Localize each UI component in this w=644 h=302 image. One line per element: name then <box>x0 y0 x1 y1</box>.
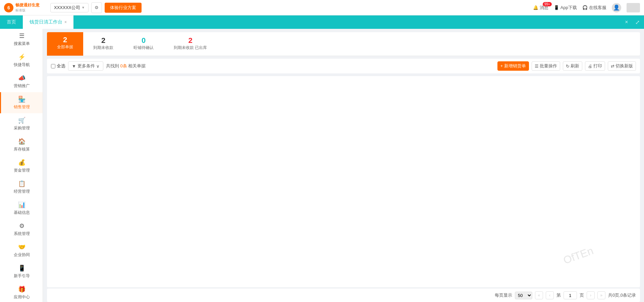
sidebar-item-app-center[interactable]: 🎁 应用中心 <box>0 282 43 302</box>
table-area <box>47 76 640 287</box>
per-page-select[interactable]: 50 100 200 <box>515 292 532 299</box>
app-center-icon: 🎁 <box>18 286 25 293</box>
quick-nav-icon: ⚡ <box>18 53 25 61</box>
stat-label-pending: 旺铺待确认 <box>133 45 154 50</box>
page-number-input[interactable] <box>564 291 577 299</box>
tab-bar: 首页 钱货日清工作台 × × ⤢ <box>0 15 644 29</box>
marketing-icon: 📣 <box>18 74 25 82</box>
next-page-button[interactable]: › <box>587 291 595 299</box>
stat-label-overdue: 到期未收款 <box>93 45 113 50</box>
refresh-icon: ↻ <box>566 64 570 69</box>
tab-restore-button[interactable]: × <box>623 18 631 26</box>
sidebar-item-sales-mgmt[interactable]: 🏪 销售管理 <box>0 92 43 113</box>
header-right: 🔔 消息 99+ 📱 App下载 🎧 在线客服 👤 <box>533 3 640 12</box>
tab-workbench[interactable]: 钱货日清工作台 × <box>23 15 73 29</box>
print-icon: 🖨 <box>588 64 592 69</box>
beginner-icon: 📱 <box>18 264 25 272</box>
total-records-label: 共0页,0条记录 <box>608 292 636 298</box>
per-page-label: 每页显示 <box>495 292 512 298</box>
tab-bar-actions: × ⤢ <box>623 18 644 26</box>
stat-tab-overdue-outbound[interactable]: 2 到期未收款 已出库 <box>164 32 217 56</box>
bell-icon: 🔔 <box>533 5 538 10</box>
sidebar-item-base-info[interactable]: 📊 基础信息 <box>0 198 43 219</box>
sales-icon: 🏪 <box>18 96 25 103</box>
ops-icon: 📋 <box>18 180 25 187</box>
prev-page-button[interactable]: ‹ <box>546 291 554 299</box>
sidebar-item-capital-mgmt[interactable]: 💰 资金管理 <box>0 156 43 177</box>
dropdown-arrow-icon: ▼ <box>82 6 85 9</box>
more-filter-button[interactable]: ▼ 更多条件 ∨ <box>68 61 103 71</box>
avatar[interactable]: 👤 <box>612 3 621 12</box>
sidebar-item-ops-mgmt[interactable]: 📋 经营管理 <box>0 177 43 198</box>
logo-text: 畅捷通好生意 标准版 <box>15 2 40 13</box>
gear-icon: ⚙ <box>95 5 99 10</box>
stat-num-all: 2 <box>57 36 73 44</box>
sidebar-item-inventory[interactable]: 🏠 库存核算 <box>0 134 43 156</box>
stat-label-all: 全部单据 <box>57 45 73 49</box>
switch-icon: ⇄ <box>611 64 614 69</box>
stat-num-overdue-outbound: 2 <box>174 36 207 45</box>
stat-label-overdue-outbound: 到期未收款 已出库 <box>174 45 207 50</box>
purchase-icon: 🛒 <box>18 117 25 124</box>
user-name-area <box>627 3 640 12</box>
filter-icon: ▼ <box>72 64 76 69</box>
stat-num-overdue: 2 <box>93 36 113 45</box>
stat-tab-pending[interactable]: 0 旺铺待确认 <box>123 32 164 56</box>
toolbar-right: + 新增销货单 ☰ 批量操作 ↻ 刷新 🖨 打印 ⇄ 切换新版 <box>497 61 636 71</box>
toolbar-left: 全选 ▼ 更多条件 ∨ 共找到 0条 相关单据 <box>51 61 146 71</box>
sidebar-item-enterprise[interactable]: 🤝 企业协同 <box>0 240 43 261</box>
company-selector[interactable]: XXXXXX公司 ▼ <box>50 3 89 12</box>
new-order-button[interactable]: + 新增销货单 <box>497 61 529 71</box>
trial-button[interactable]: 体验行业方案 <box>105 3 142 13</box>
download-icon: 📱 <box>554 5 559 10</box>
found-text: 共找到 0条 相关单据 <box>106 63 146 69</box>
search-menu-icon: ☰ <box>19 32 24 40</box>
stat-tab-overdue[interactable]: 2 到期未收款 <box>83 32 123 56</box>
online-service-button[interactable]: 🎧 在线客服 <box>582 5 606 11</box>
refresh-button[interactable]: ↻ 刷新 <box>563 61 582 71</box>
sidebar-item-marketing[interactable]: 📣 营销推广 <box>0 71 43 92</box>
page-label: 第 <box>556 292 561 298</box>
content-area: 2 全部单据 2 到期未收款 0 旺铺待确认 2 到期未收款 已出库 <box>43 29 644 302</box>
sidebar-item-sys-mgmt[interactable]: ⚙ 系统管理 <box>0 219 43 240</box>
tab-maximize-button[interactable]: ⤢ <box>633 18 641 26</box>
last-page-button[interactable]: » <box>597 291 605 299</box>
select-all-input[interactable] <box>51 64 55 68</box>
logo-icon: 6 <box>4 3 13 12</box>
app-download-button[interactable]: 📱 App下载 <box>554 5 577 11</box>
logo-area: 6 畅捷通好生意 标准版 <box>4 2 47 13</box>
sidebar-item-quick-nav[interactable]: ⚡ 快捷导航 <box>0 50 43 71</box>
sys-mgmt-icon: ⚙ <box>19 222 24 230</box>
switch-version-button[interactable]: ⇄ 切换新版 <box>608 61 636 71</box>
pagination-bar: 每页显示 50 100 200 « ‹ 第 页 › » 共0页,0条记录 <box>47 289 640 302</box>
enterprise-icon: 🤝 <box>18 243 25 251</box>
stats-tabs: 2 全部单据 2 到期未收款 0 旺铺待确认 2 到期未收款 已出库 <box>47 32 640 56</box>
tab-close-icon[interactable]: × <box>64 20 67 24</box>
service-icon: 🎧 <box>582 5 588 10</box>
toolbar: 全选 ▼ 更多条件 ∨ 共找到 0条 相关单据 + 新增销货单 ☰ 批量操作 <box>47 59 640 73</box>
page-suffix: 页 <box>580 292 584 298</box>
stat-tab-all[interactable]: 2 全部单据 <box>47 32 83 56</box>
settings-button[interactable]: ⚙ <box>91 2 102 13</box>
user-icon: 👤 <box>613 4 620 11</box>
sidebar-item-beginner[interactable]: 📱 新手引导 <box>0 261 43 282</box>
messages-badge: 99+ <box>543 2 552 6</box>
first-page-button[interactable]: « <box>535 291 543 299</box>
messages-button[interactable]: 🔔 消息 99+ <box>533 5 548 11</box>
chevron-down-icon: ∨ <box>96 64 100 69</box>
batch-icon: ☰ <box>535 64 539 69</box>
sidebar-item-search-menu[interactable]: ☰ 搜索菜单 <box>0 29 43 50</box>
found-count: 0条 <box>120 63 127 68</box>
sidebar: ☰ 搜索菜单 ⚡ 快捷导航 📣 营销推广 🏪 销售管理 🛒 采购管理 🏠 库存核… <box>0 29 43 302</box>
base-info-icon: 📊 <box>18 201 25 208</box>
batch-operation-button[interactable]: ☰ 批量操作 <box>532 61 560 71</box>
sidebar-item-purchase-mgmt[interactable]: 🛒 采购管理 <box>0 113 43 134</box>
stat-num-pending: 0 <box>133 36 154 45</box>
print-button[interactable]: 🖨 打印 <box>585 61 605 71</box>
capital-icon: 💰 <box>18 159 25 166</box>
select-all-checkbox[interactable]: 全选 <box>51 63 65 69</box>
top-header: 6 畅捷通好生意 标准版 XXXXXX公司 ▼ ⚙ 体验行业方案 🔔 消息 99… <box>0 0 644 15</box>
main-layout: ☰ 搜索菜单 ⚡ 快捷导航 📣 营销推广 🏪 销售管理 🛒 采购管理 🏠 库存核… <box>0 29 644 302</box>
inventory-icon: 🏠 <box>18 138 25 145</box>
tab-home[interactable]: 首页 <box>0 15 23 29</box>
